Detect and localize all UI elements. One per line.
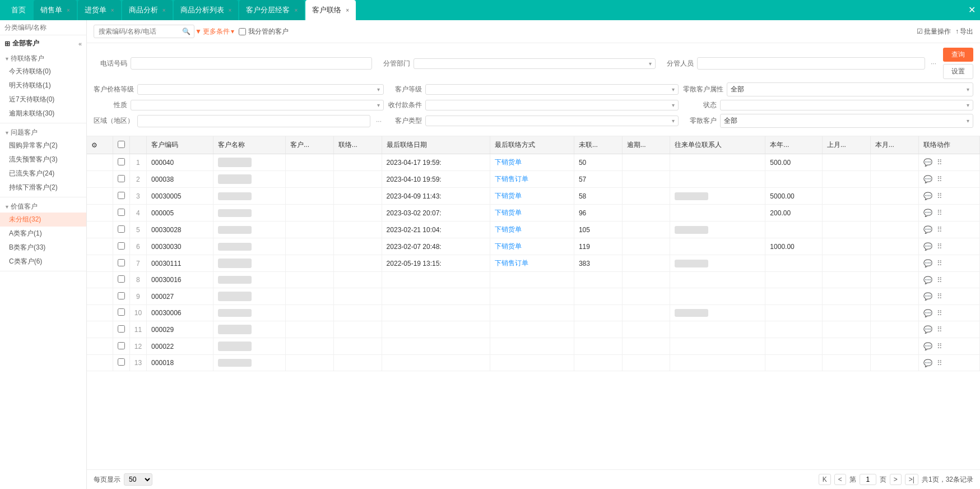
collapse-icon[interactable]: « [78, 40, 82, 47]
filter-select-零散客户[interactable]: 全部▾ [720, 114, 973, 128]
row-checkbox-cell[interactable] [113, 305, 129, 321]
batch-ops-button[interactable]: ☑ 批量操作 [917, 27, 951, 36]
last-contact-method[interactable] [490, 321, 574, 338]
sidebar-item[interactable]: 已流失客户(24) [0, 167, 86, 181]
tab-close-icon[interactable]: × [162, 7, 166, 13]
row-checkbox-cell[interactable] [113, 205, 129, 222]
contact-method-link[interactable]: 下销售订单 [495, 259, 528, 267]
nav-tab-customer-segment[interactable]: 客户分层经客× [239, 0, 304, 20]
row-checkbox[interactable] [118, 275, 125, 283]
menu-icon[interactable]: ⠿ [937, 192, 942, 200]
reset-button[interactable]: 设置 [943, 64, 973, 79]
tab-close-icon[interactable]: × [346, 7, 349, 13]
sidebar-item[interactable]: B类客户(33) [0, 241, 86, 255]
contact-method-link[interactable]: 下销货单 [495, 158, 522, 166]
menu-icon[interactable]: ⠿ [937, 359, 942, 367]
row-checkbox-cell[interactable] [113, 188, 129, 205]
settings-icon[interactable]: ⚙ [91, 141, 97, 149]
row-actions[interactable]: 💬 ⠿ [918, 238, 979, 255]
row-actions[interactable]: 💬 ⠿ [918, 288, 979, 305]
last-contact-method[interactable]: 下销货单 [490, 154, 574, 171]
row-actions[interactable]: 💬 ⠿ [918, 355, 979, 371]
all-customers-header[interactable]: ⊞ 全部客户 « [0, 35, 86, 52]
last-contact-method[interactable] [490, 338, 574, 355]
filter-select-客户等级[interactable]: ▾ [425, 84, 679, 95]
row-actions[interactable]: 💬 ⠿ [918, 154, 979, 171]
nav-tab-customer-contact[interactable]: 客户联络× [305, 0, 356, 20]
filter-input-分管人员[interactable] [697, 57, 925, 70]
menu-icon[interactable]: ⠿ [937, 259, 942, 267]
filter-select-分管部门[interactable]: ▾ [414, 58, 655, 69]
prev-page-button[interactable]: < [834, 474, 846, 485]
tab-close-icon[interactable]: × [294, 7, 298, 13]
last-page-button[interactable]: >| [905, 474, 918, 485]
filter-select-零散客户属性[interactable]: 全部▾ [727, 82, 973, 96]
menu-icon[interactable]: ⠿ [937, 276, 942, 284]
message-icon[interactable]: 💬 [923, 158, 932, 167]
filter-select-客户类型[interactable]: ▾ [425, 116, 679, 126]
customer-table-container[interactable]: ⚙客户编码客户名称客户...联络...最后联络日期最后联络方式未联...逾期..… [87, 136, 980, 469]
nav-tab-sales[interactable]: 销售单× [34, 0, 77, 20]
contact-method-link[interactable]: 下销货单 [495, 192, 522, 200]
row-checkbox[interactable] [118, 292, 125, 299]
more-conditions-button[interactable]: ▼ 更多条件 ▾ [195, 27, 234, 36]
filter-select-性质[interactable]: ▾ [131, 100, 384, 110]
row-checkbox-cell[interactable] [113, 238, 129, 255]
menu-icon[interactable]: ⠿ [937, 342, 942, 350]
filter-input-区域（地区）[interactable] [137, 115, 370, 127]
sidebar-group-pending[interactable]: ▼ 待联络客户 [0, 52, 86, 64]
row-checkbox[interactable] [118, 325, 125, 333]
message-icon[interactable]: 💬 [923, 292, 932, 301]
contact-method-link[interactable]: 下销货单 [495, 242, 522, 250]
nav-tab-product-analysis[interactable]: 商品分析× [122, 0, 173, 20]
search-icon[interactable]: 🔍 [182, 27, 191, 35]
next-page-button[interactable]: > [890, 474, 902, 485]
row-checkbox[interactable] [118, 308, 125, 316]
row-checkbox[interactable] [118, 259, 125, 266]
nav-tab-product-analysis-list[interactable]: 商品分析列表× [174, 0, 239, 20]
query-button[interactable]: 查询 [943, 48, 973, 62]
sidebar-group-problem[interactable]: ▼ 问题客户 [0, 126, 86, 139]
last-contact-method[interactable]: 下销货单 [490, 188, 574, 205]
message-icon[interactable]: 💬 [923, 192, 932, 200]
sidebar-item[interactable]: 今天待联络(0) [0, 64, 86, 79]
search-input[interactable] [94, 25, 194, 38]
export-button[interactable]: ↑ 导出 [955, 27, 973, 36]
row-actions[interactable]: 💬 ⠿ [918, 222, 979, 238]
nav-tab-home[interactable]: 首页 [4, 0, 32, 20]
message-icon[interactable]: 💬 [923, 359, 932, 367]
col-header-checkbox[interactable] [113, 136, 129, 154]
sidebar-item[interactable]: 明天待联络(1) [0, 79, 86, 93]
contact-method-link[interactable]: 下销货单 [495, 209, 522, 216]
row-checkbox[interactable] [118, 225, 125, 233]
filter-select-收付款条件[interactable]: ▾ [425, 100, 679, 110]
tab-close-icon[interactable]: × [67, 7, 70, 13]
row-checkbox[interactable] [118, 358, 125, 366]
menu-icon[interactable]: ⠿ [937, 225, 942, 234]
sidebar-item[interactable]: A类客户(1) [0, 227, 86, 241]
last-contact-method[interactable]: 下销售订单 [490, 255, 574, 272]
row-actions[interactable]: 💬 ⠿ [918, 255, 979, 272]
row-checkbox-cell[interactable] [113, 321, 129, 338]
menu-icon[interactable]: ⠿ [937, 325, 942, 334]
row-actions[interactable]: 💬 ⠿ [918, 305, 979, 321]
menu-icon[interactable]: ⠿ [937, 175, 942, 183]
page-size-select[interactable]: 50 100 [124, 473, 152, 486]
message-icon[interactable]: 💬 [923, 342, 932, 350]
my-customers-checkbox[interactable] [239, 28, 246, 35]
menu-icon[interactable]: ⠿ [937, 158, 942, 167]
sidebar-item[interactable]: 未分组(32) [0, 213, 86, 227]
row-checkbox-cell[interactable] [113, 255, 129, 272]
row-checkbox-cell[interactable] [113, 338, 129, 355]
row-checkbox-cell[interactable] [113, 355, 129, 371]
sidebar-item[interactable]: C类客户(6) [0, 255, 86, 269]
row-checkbox[interactable] [118, 192, 125, 199]
last-contact-method[interactable] [490, 305, 574, 321]
contact-method-link[interactable]: 下销货单 [495, 225, 522, 233]
last-contact-method[interactable]: 下销货单 [490, 222, 574, 238]
contact-method-link[interactable]: 下销售订单 [495, 175, 528, 183]
tab-close-icon[interactable]: × [111, 7, 114, 13]
last-contact-method[interactable] [490, 288, 574, 305]
row-checkbox-cell[interactable] [113, 154, 129, 171]
last-contact-method[interactable]: 下销货单 [490, 238, 574, 255]
